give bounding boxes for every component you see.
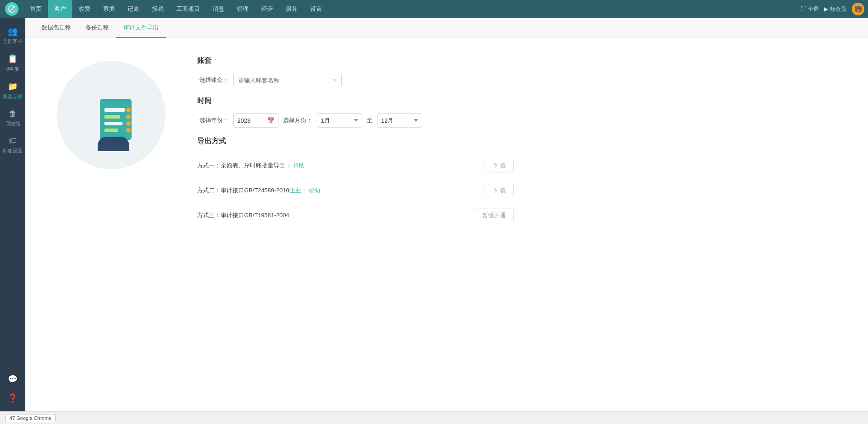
sidebar-item-account-migration[interactable]: 📁 账套迁移 [0, 77, 25, 105]
svg-rect-2 [104, 115, 120, 119]
tag-settings-icon: 🏷 [9, 136, 17, 146]
month-from-select[interactable]: 1月2月3月 4月5月6月 7月8月9月 10月11月12月 [317, 113, 362, 128]
method-2-label: 方式二：审计接口GB/T24589-2010 [197, 187, 289, 194]
month-label: 选择月份： [283, 116, 312, 124]
avatar[interactable]: 🐻 [852, 3, 864, 15]
illustration [52, 56, 170, 174]
svg-point-8 [126, 128, 131, 133]
tab-data-migration[interactable]: 数据包迁移 [34, 18, 78, 38]
method-2-company-link[interactable]: 企业 [289, 187, 301, 194]
separator-label: 至 [367, 116, 373, 124]
method-1-help-link[interactable]: 帮助 [293, 162, 305, 169]
month-to-select[interactable]: 1月2月3月 4月5月6月 7月8月9月 10月11月12月 [377, 113, 422, 128]
account-label: 选择账套： [197, 76, 229, 84]
nav-home[interactable]: 首页 [24, 0, 48, 18]
nav-settings[interactable]: 设置 [304, 0, 328, 18]
chrome-tab: 47 Google Chrome [5, 414, 56, 422]
page-content: 账套 选择账套： ▼ 时间 选择年份： 2023 📅 选择月份 [25, 38, 868, 411]
sidebar-item-recycle[interactable]: 🗑 回收站 [0, 105, 25, 132]
sidebar-item-zero-report[interactable]: 📋 0申报 [0, 49, 25, 77]
recycle-icon: 🗑 [9, 109, 17, 119]
nav-service[interactable]: 服务 [279, 0, 304, 18]
method-3-label: 方式三：审计接口GB/T19581-2004 [197, 212, 289, 219]
top-nav: 首页 客户 收费 票据 记账 报税 工商项目 消息 管理 经营 服务 设置 ⛶ … [0, 0, 868, 18]
account-migration-icon: 📁 [8, 81, 18, 91]
logo [4, 1, 20, 17]
method-1-text: 方式一：余额表、序时账批量导出： 帮助 [197, 162, 305, 170]
nav-client[interactable]: 客户 [48, 0, 72, 18]
main-layout: 👥 全部客户 📋 0申报 📁 账套迁移 🗑 回收站 🏷 标签设置 💬 ❓ 数据包… [0, 18, 868, 411]
svg-point-5 [126, 108, 131, 112]
tab-audit-export[interactable]: 审计文件导出 [116, 18, 166, 38]
content-area: 数据包迁移 备份迁移 审计文件导出 [25, 18, 868, 411]
nav-bookkeeping[interactable]: 记账 [121, 0, 146, 18]
method-2-colon: ： [301, 187, 307, 194]
illustration-circle [57, 61, 165, 169]
status-bar: 47 Google Chrome [0, 411, 868, 424]
export-method-1: 方式一：余额表、序时账批量导出： 帮助 下 载 [197, 153, 514, 178]
form-area: 账套 选择账套： ▼ 时间 选择年份： 2023 📅 选择月份 [197, 56, 514, 228]
method-2-download-button[interactable]: 下 载 [485, 184, 514, 197]
nav-manage[interactable]: 管理 [231, 0, 255, 18]
tab-bar: 数据包迁移 备份迁移 审计文件导出 [25, 18, 868, 38]
svg-point-7 [126, 121, 131, 126]
sidebar-item-label: 0申报 [6, 66, 19, 72]
method-3-coming-soon-button: 暂缓开通 [475, 209, 514, 222]
year-input[interactable]: 2023 📅 [233, 113, 278, 128]
fullscreen-icon: ⛶ [801, 6, 806, 12]
sidebar-item-label: 全部客户 [3, 38, 23, 45]
svg-rect-4 [104, 129, 118, 132]
account-dropdown-icon: ▼ [332, 78, 337, 83]
member-label: 畅会员 [830, 5, 846, 13]
account-input[interactable]: ▼ [233, 73, 342, 87]
sidebar-bottom-icon2[interactable]: ❓ [5, 391, 20, 406]
svg-point-6 [126, 114, 131, 119]
nav-fee[interactable]: 收费 [72, 0, 97, 18]
nav-tax[interactable]: 报税 [146, 0, 170, 18]
sidebar-item-label: 账套迁移 [3, 93, 23, 100]
account-text-input[interactable] [238, 77, 332, 84]
time-row: 选择年份： 2023 📅 选择月份： 1月2月3月 4月5月6月 7月8月9月 … [197, 113, 514, 128]
method-1-label: 方式一：余额表、序时账批量导出： [197, 162, 291, 169]
account-section-title: 账套 [197, 56, 514, 66]
account-row: 选择账套： ▼ [197, 73, 514, 87]
export-section-title: 导出方式 [197, 137, 514, 146]
nav-business[interactable]: 工商项目 [170, 0, 206, 18]
svg-rect-3 [104, 122, 123, 125]
export-method-2: 方式二：审计接口GB/T24589-2010企业： 帮助 下 载 [197, 178, 514, 203]
svg-rect-1 [104, 108, 125, 112]
tab-backup-migration[interactable]: 备份迁移 [78, 18, 116, 38]
sidebar-item-label: 回收站 [5, 120, 20, 127]
svg-rect-0 [100, 99, 132, 140]
method-1-download-button[interactable]: 下 载 [485, 159, 514, 172]
nav-message[interactable]: 消息 [206, 0, 231, 18]
member-icon: ▶ [824, 6, 828, 12]
nav-items: 首页 客户 收费 票据 记账 报税 工商项目 消息 管理 经营 服务 设置 [24, 0, 801, 18]
year-value: 2023 [237, 117, 250, 124]
method-2-help-link[interactable]: 帮助 [308, 187, 320, 194]
sidebar-item-all-clients[interactable]: 👥 全部客户 [0, 22, 25, 49]
sidebar-bottom-icon1[interactable]: 💬 [5, 372, 20, 387]
method-2-text: 方式二：审计接口GB/T24589-2010企业： 帮助 [197, 186, 320, 195]
fullscreen-button[interactable]: ⛶ 全屏 [801, 5, 819, 13]
illustration-svg [75, 79, 147, 151]
nav-right: ⛶ 全屏 ▶ 畅会员 🐻 [801, 3, 864, 15]
export-method-3: 方式三：审计接口GB/T19581-2004 暂缓开通 [197, 203, 514, 228]
calendar-icon: 📅 [267, 117, 274, 124]
method-3-text: 方式三：审计接口GB/T19581-2004 [197, 211, 289, 219]
fullscreen-label: 全屏 [808, 5, 819, 13]
nav-invoice[interactable]: 票据 [97, 0, 121, 18]
nav-operation[interactable]: 经营 [255, 0, 279, 18]
sidebar-item-tag-settings[interactable]: 🏷 标签设置 [0, 132, 25, 159]
sidebar-item-label: 标签设置 [3, 148, 23, 154]
time-section-title: 时间 [197, 96, 514, 106]
member-button[interactable]: ▶ 畅会员 [824, 5, 846, 13]
logo-icon [5, 2, 19, 16]
zero-report-icon: 📋 [8, 54, 18, 64]
sidebar: 👥 全部客户 📋 0申报 📁 账套迁移 🗑 回收站 🏷 标签设置 💬 ❓ [0, 18, 25, 411]
all-clients-icon: 👥 [8, 26, 18, 36]
year-label: 选择年份： [197, 116, 229, 124]
sidebar-bottom: 💬 ❓ [5, 372, 20, 411]
